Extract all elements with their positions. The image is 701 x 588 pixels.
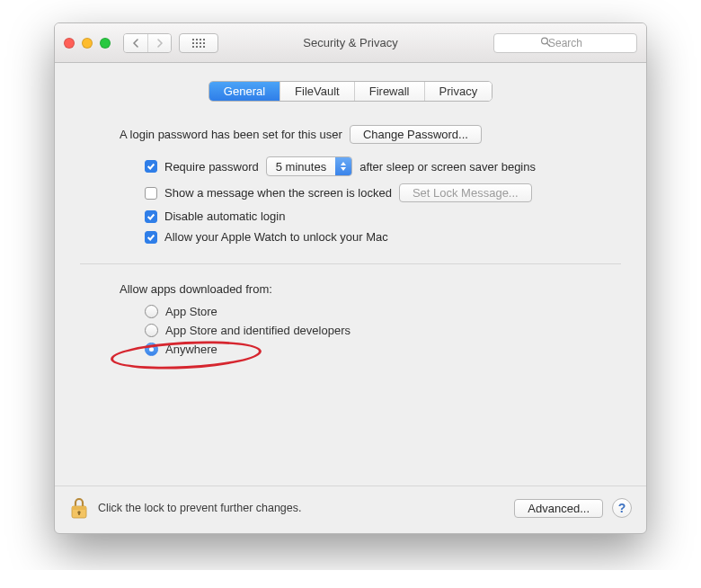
- password-delay-select[interactable]: 5 minutes: [266, 156, 352, 176]
- search-wrap: [493, 33, 637, 53]
- chevron-right-icon: [156, 39, 164, 48]
- svg-rect-3: [72, 506, 86, 510]
- require-password-row: Require password 5 minutes after sleep o…: [145, 156, 616, 176]
- chevron-left-icon: [132, 39, 139, 48]
- tab-privacy[interactable]: Privacy: [424, 82, 492, 101]
- radio-anywhere[interactable]: [145, 343, 158, 356]
- lock-text: Click the lock to prevent further change…: [98, 502, 302, 514]
- require-password-checkbox[interactable]: [145, 160, 157, 173]
- tabs-row: General FileVault Firewall Privacy: [80, 81, 621, 102]
- traffic-lights: [64, 38, 111, 49]
- select-arrows-icon: [335, 157, 351, 175]
- radio-app-store-row: App Store: [145, 305, 616, 318]
- password-set-text: A login password has been set for this u…: [120, 128, 342, 141]
- show-message-label: Show a message when the screen is locked: [164, 186, 392, 200]
- login-section: A login password has been set for this u…: [80, 125, 621, 264]
- after-sleep-text: after sleep or screen saver begins: [359, 160, 536, 174]
- radio-identified[interactable]: [145, 324, 158, 337]
- radio-app-store[interactable]: [145, 305, 158, 318]
- security-privacy-window: Security & Privacy General FileVault Fir…: [54, 22, 647, 534]
- nav-group: [123, 33, 172, 53]
- forward-button[interactable]: [147, 34, 171, 52]
- apps-heading: Allow apps downloaded from:: [120, 282, 616, 296]
- apple-watch-row: Allow your Apple Watch to unlock your Ma…: [145, 230, 616, 244]
- check-icon: [146, 162, 155, 171]
- content-area: General FileVault Firewall Privacy A log…: [55, 63, 646, 378]
- search-input[interactable]: [493, 33, 637, 53]
- tab-filevault[interactable]: FileVault: [280, 82, 354, 101]
- show-message-checkbox[interactable]: [145, 187, 157, 200]
- svg-rect-5: [78, 512, 80, 515]
- toolbar: Security & Privacy: [55, 23, 646, 63]
- apple-watch-checkbox[interactable]: [145, 231, 157, 244]
- check-icon: [146, 233, 155, 242]
- radio-identified-row: App Store and identified developers: [145, 324, 616, 337]
- tab-firewall[interactable]: Firewall: [354, 82, 424, 101]
- help-button[interactable]: ?: [612, 498, 632, 518]
- check-icon: [146, 212, 155, 221]
- password-set-row: A login password has been set for this u…: [120, 125, 616, 144]
- radio-app-store-label: App Store: [165, 305, 217, 318]
- show-all-button[interactable]: [179, 33, 218, 53]
- back-button[interactable]: [124, 34, 147, 52]
- radio-anywhere-row: Anywhere: [145, 343, 616, 356]
- require-password-label: Require password: [164, 160, 259, 174]
- tabs: General FileVault Firewall Privacy: [209, 81, 492, 102]
- apps-radio-group: App Store App Store and identified devel…: [145, 305, 616, 356]
- advanced-button[interactable]: Advanced...: [514, 499, 603, 518]
- show-message-row: Show a message when the screen is locked…: [145, 183, 616, 202]
- zoom-window-button[interactable]: [100, 38, 111, 49]
- password-delay-value: 5 minutes: [276, 160, 326, 174]
- apps-section: Allow apps downloaded from: App Store Ap…: [80, 264, 621, 365]
- lock-icon[interactable]: [69, 495, 89, 521]
- footer: Click the lock to prevent further change…: [55, 486, 646, 533]
- radio-identified-label: App Store and identified developers: [165, 324, 350, 337]
- apple-watch-label: Allow your Apple Watch to unlock your Ma…: [164, 230, 388, 244]
- disable-auto-login-checkbox[interactable]: [145, 210, 157, 223]
- close-window-button[interactable]: [64, 38, 75, 49]
- minimize-window-button[interactable]: [82, 38, 93, 49]
- grid-icon: [192, 39, 205, 48]
- disable-auto-login-label: Disable automatic login: [164, 209, 285, 223]
- disable-auto-login-row: Disable automatic login: [145, 209, 616, 223]
- set-lock-message-button[interactable]: Set Lock Message...: [399, 183, 532, 202]
- radio-anywhere-label: Anywhere: [165, 343, 217, 356]
- change-password-button[interactable]: Change Password...: [350, 125, 482, 144]
- tab-general[interactable]: General: [209, 82, 280, 101]
